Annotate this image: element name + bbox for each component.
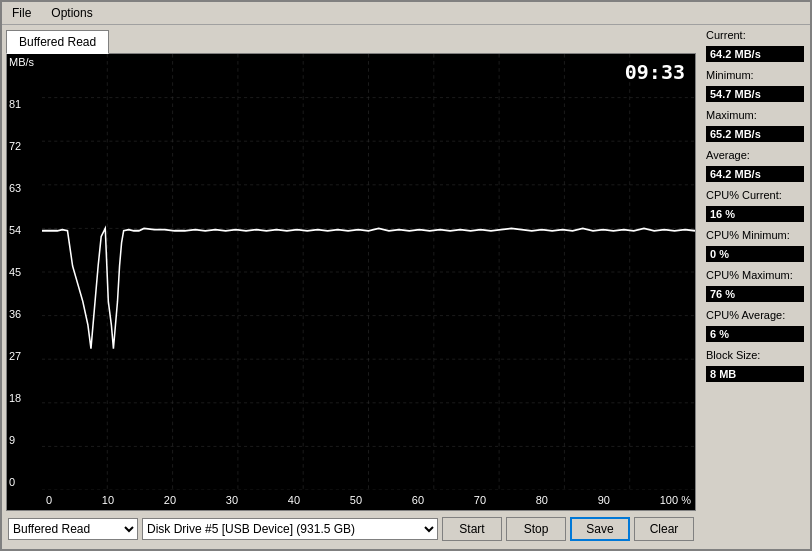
current-label: Current: [706,29,804,41]
cpu-current-value: 16 % [706,206,804,222]
start-button[interactable]: Start [442,517,502,541]
tab-buffered-read[interactable]: Buffered Read [6,30,109,54]
main-window: File Options Buffered Read MB/s 81 72 63… [0,0,812,551]
drive-select[interactable]: Disk Drive #5 [USB Device] (931.5 GB) [142,518,438,540]
chart-svg [42,54,695,490]
bottom-controls: Buffered Read Disk Drive #5 [USB Device]… [6,513,696,545]
cpu-average-value: 6 % [706,326,804,342]
sidebar: Current: 64.2 MB/s Minimum: 54.7 MB/s Ma… [700,25,810,549]
tab-bar: Buffered Read [6,29,696,53]
y-axis: MB/s 81 72 63 54 45 36 27 18 9 0 [9,54,39,490]
content-area: Buffered Read MB/s 81 72 63 54 45 36 27 [2,25,810,549]
block-size-label: Block Size: [706,349,804,361]
main-panel: Buffered Read MB/s 81 72 63 54 45 36 27 [2,25,700,549]
minimum-value: 54.7 MB/s [706,86,804,102]
maximum-value: 65.2 MB/s [706,126,804,142]
chart-inner: MB/s 81 72 63 54 45 36 27 18 9 0 [7,54,695,510]
cpu-current-label: CPU% Current: [706,189,804,201]
menu-file[interactable]: File [6,4,37,22]
chart-svg-area [42,54,695,490]
stop-button[interactable]: Stop [506,517,566,541]
time-display: 09:33 [625,60,685,84]
block-size-value: 8 MB [706,366,804,382]
average-label: Average: [706,149,804,161]
minimum-label: Minimum: [706,69,804,81]
maximum-label: Maximum: [706,109,804,121]
x-axis: 0 10 20 30 40 50 60 70 80 90 100 % [42,490,695,510]
cpu-minimum-value: 0 % [706,246,804,262]
save-button[interactable]: Save [570,517,630,541]
clear-button[interactable]: Clear [634,517,694,541]
chart-container: MB/s 81 72 63 54 45 36 27 18 9 0 [6,53,696,511]
cpu-minimum-label: CPU% Minimum: [706,229,804,241]
menubar: File Options [2,2,810,25]
cpu-average-label: CPU% Average: [706,309,804,321]
test-type-select[interactable]: Buffered Read [8,518,138,540]
y-unit: MB/s [9,56,39,68]
cpu-maximum-value: 76 % [706,286,804,302]
menu-options[interactable]: Options [45,4,98,22]
average-value: 64.2 MB/s [706,166,804,182]
current-value: 64.2 MB/s [706,46,804,62]
cpu-maximum-label: CPU% Maximum: [706,269,804,281]
